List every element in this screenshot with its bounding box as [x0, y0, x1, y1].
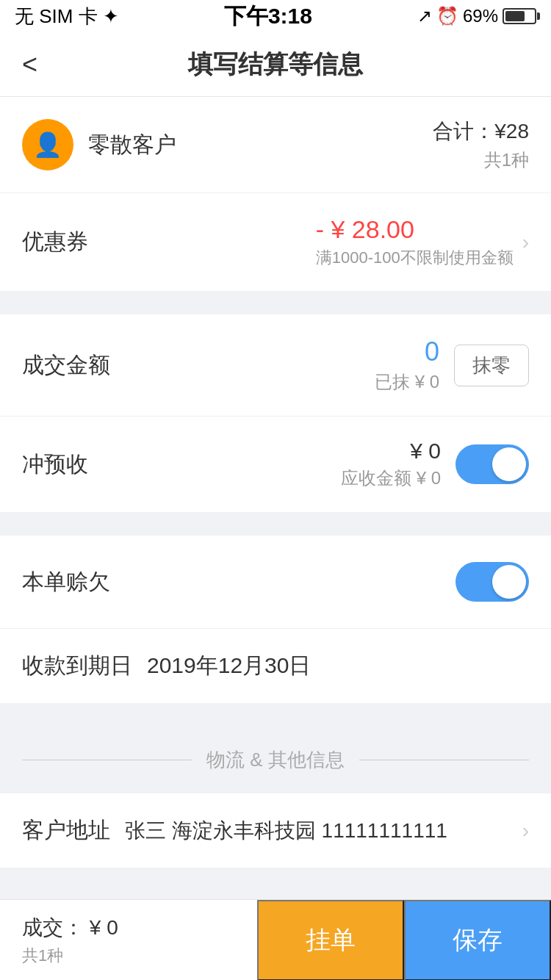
battery-icon — [503, 8, 536, 24]
bottom-count: 共1种 — [22, 945, 235, 967]
no-sim-text: 无 SIM 卡 ✦ — [15, 4, 119, 29]
customer-row: 👤 零散客户 合计：¥28 共1种 — [0, 97, 551, 192]
section-divider-2 — [0, 524, 551, 536]
logistics-divider: 物流 & 其他信息 — [0, 727, 551, 793]
bottom-deal-label: 成交： — [22, 916, 84, 939]
status-bar: 无 SIM 卡 ✦ 下午3:18 ↗ ⏰ 69% — [0, 0, 551, 32]
prepaid-subtext: 应收金额 ¥ 0 — [341, 466, 441, 490]
bottom-deal: 成交： ¥ 0 — [22, 914, 235, 942]
logistics-label: 物流 & 其他信息 — [206, 747, 345, 773]
prepaid-toggle[interactable] — [455, 444, 529, 484]
prepaid-amount: ¥ 0 — [341, 439, 441, 464]
total-amount: 合计：¥28 — [433, 118, 529, 145]
bottom-bar: 成交： ¥ 0 共1种 挂单 保存 — [0, 899, 551, 980]
customer-section: 👤 零散客户 合计：¥28 共1种 优惠券 - ¥ 28.00 满1000-10… — [0, 97, 551, 291]
section-divider-3 — [0, 715, 551, 727]
status-left: 无 SIM 卡 ✦ — [15, 4, 119, 29]
address-value: 张三 海淀永丰科技园 11111111111 — [125, 817, 522, 845]
overdue-section: 本单赊欠 收款到期日 2019年12月30日 — [0, 536, 551, 703]
coupon-right: - ¥ 28.00 满1000-100不限制使用金额 — [316, 215, 514, 269]
toggle-knob — [492, 447, 526, 481]
deal-amount-subtext: 已抹 ¥ 0 — [375, 370, 439, 394]
address-label: 客户地址 — [22, 815, 110, 846]
coupon-desc: 满1000-100不限制使用金额 — [316, 247, 514, 269]
battery-percent: 69% — [463, 6, 498, 26]
section-divider-1 — [0, 303, 551, 314]
prepaid-label: 冲预收 — [22, 450, 88, 480]
section-divider-4 — [0, 868, 551, 879]
coupon-row[interactable]: 优惠券 - ¥ 28.00 满1000-100不限制使用金额 › — [0, 192, 551, 291]
save-button[interactable]: 保存 — [404, 900, 551, 981]
customer-left: 👤 零散客户 — [22, 119, 176, 170]
duedate-row[interactable]: 收款到期日 2019年12月30日 — [0, 628, 551, 703]
divider-line-left — [22, 760, 192, 760]
location-icon: ↗ — [417, 6, 432, 26]
bottom-deal-amount: ¥ 0 — [90, 916, 118, 939]
coupon-label: 优惠券 — [22, 227, 88, 257]
page-title: 填写结算等信息 — [188, 48, 363, 82]
customer-name: 零散客户 — [88, 130, 176, 160]
status-time: 下午3:18 — [224, 1, 312, 32]
deal-amount-value: 0 — [425, 336, 439, 367]
total-count: 共1种 — [433, 148, 529, 172]
deal-amount-right: 0 已抹 ¥ 0 抹零 — [375, 336, 529, 394]
overdue-label: 本单赊欠 — [22, 567, 110, 597]
overdue-toggle-knob — [492, 565, 526, 599]
duedate-label: 收款到期日 — [22, 651, 132, 681]
chevron-right-icon: › — [522, 231, 529, 254]
pending-button[interactable]: 挂单 — [257, 900, 404, 981]
back-button[interactable]: < — [22, 49, 37, 80]
round-zero-button[interactable]: 抹零 — [454, 345, 529, 386]
address-row[interactable]: 客户地址 张三 海淀永丰科技园 11111111111 › — [0, 793, 551, 868]
avatar: 👤 — [22, 119, 73, 170]
overdue-toggle[interactable] — [455, 562, 529, 602]
divider-line-right — [359, 760, 529, 760]
duedate-value: 2019年12月30日 — [147, 651, 311, 681]
deal-amount-section: 成交金额 0 已抹 ¥ 0 抹零 冲预收 ¥ 0 应收金额 ¥ 0 — [0, 314, 551, 512]
prepaid-right: ¥ 0 应收金额 ¥ 0 — [341, 439, 529, 490]
nav-bar: < 填写结算等信息 — [0, 32, 551, 97]
battery-fill — [505, 11, 525, 21]
address-chevron-icon: › — [522, 819, 529, 843]
alarm-icon: ⏰ — [436, 6, 458, 26]
deal-amount-row: 成交金额 0 已抹 ¥ 0 抹零 — [0, 314, 551, 417]
amount-group: 0 已抹 ¥ 0 — [375, 336, 439, 394]
bottom-left: 成交： ¥ 0 共1种 — [0, 914, 257, 967]
prepaid-row: 冲预收 ¥ 0 应收金额 ¥ 0 — [0, 417, 551, 512]
customer-right: 合计：¥28 共1种 — [433, 118, 529, 172]
status-right: ↗ ⏰ 69% — [417, 6, 536, 26]
prepaid-amount-group: ¥ 0 应收金额 ¥ 0 — [341, 439, 441, 490]
deal-amount-label: 成交金额 — [22, 350, 110, 381]
overdue-row: 本单赊欠 — [0, 536, 551, 628]
coupon-discount: - ¥ 28.00 — [316, 215, 514, 244]
